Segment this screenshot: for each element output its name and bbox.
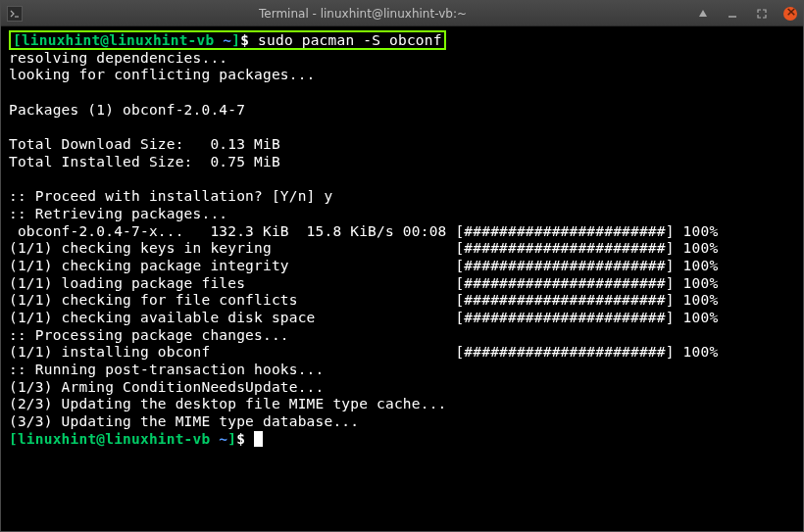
minimize-button[interactable] xyxy=(725,6,740,22)
close-button[interactable] xyxy=(783,7,797,21)
output-line: (1/1) installing obconf [###############… xyxy=(9,344,718,360)
output-line: (2/3) Updating the desktop file MIME typ… xyxy=(9,396,447,411)
cursor xyxy=(254,431,263,447)
titlebar: Terminal - linuxhint@linuxhint-vb:~ xyxy=(1,1,803,26)
output-line: (1/1) checking package integrity [######… xyxy=(9,258,718,273)
terminal-icon xyxy=(7,6,23,22)
output-line: (1/1) checking for file conflicts [#####… xyxy=(9,292,718,308)
output-line: :: Retrieving packages... xyxy=(9,206,227,221)
output-line: (1/3) Arming ConditionNeedsUpdate... xyxy=(9,379,324,395)
output-line: :: Running post-transaction hooks... xyxy=(9,362,324,377)
output-line: resolving dependencies... xyxy=(9,50,227,66)
window-title: Terminal - linuxhint@linuxhint-vb:~ xyxy=(30,7,695,21)
maximize-button[interactable] xyxy=(754,6,770,22)
always-on-top-button[interactable] xyxy=(695,6,711,22)
output-line: Packages (1) obconf-2.0.4-7 xyxy=(9,102,245,118)
prompt-path: ~ xyxy=(219,431,227,447)
terminal-content[interactable]: [linuxhint@linuxhint-vb ~]$ sudo pacman … xyxy=(1,26,803,532)
output-line: :: Processing package changes... xyxy=(9,327,289,343)
prompt-user: linuxhint@linuxhint-vb xyxy=(18,431,210,447)
window-controls xyxy=(695,6,797,22)
command-executed: sudo pacman -S obconf xyxy=(258,32,442,48)
output-line: (1/1) loading package files [###########… xyxy=(9,275,718,291)
output-line: (1/1) checking keys in keyring [########… xyxy=(9,240,718,256)
output-line: (3/3) Updating the MIME type database... xyxy=(9,413,359,429)
output-line: (1/1) checking available disk space [###… xyxy=(9,310,718,325)
output-line: looking for conflicting packages... xyxy=(9,67,316,82)
svg-marker-1 xyxy=(699,10,707,17)
output-line: :: Proceed with installation? [Y/n] y xyxy=(9,188,332,204)
output-line: obconf-2.0.4-7-x... 132.3 KiB 15.8 KiB/s… xyxy=(9,223,718,239)
prompt-path: ~ xyxy=(223,32,231,48)
prompt-user: linuxhint@linuxhint-vb xyxy=(22,32,214,48)
prompt-dollar: $ xyxy=(236,431,245,447)
output-line: Total Installed Size: 0.75 MiB xyxy=(9,154,280,169)
prompt-dollar: $ xyxy=(240,32,249,48)
output-line: Total Download Size: 0.13 MiB xyxy=(9,136,280,152)
